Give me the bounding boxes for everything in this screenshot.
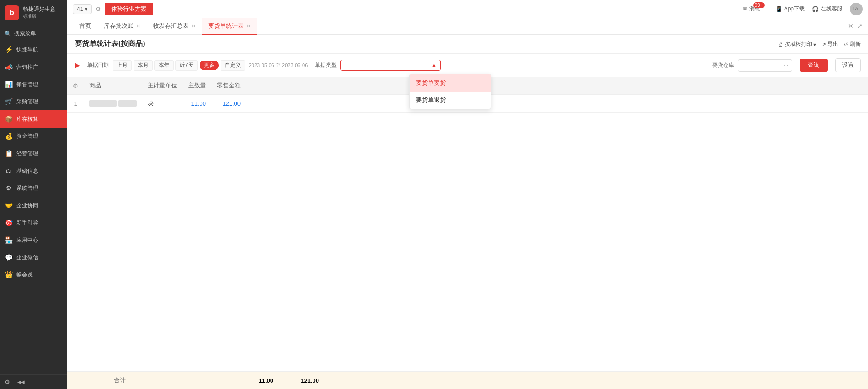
collapse-icon[interactable]: ◀◀	[17, 379, 25, 384]
app-title: 畅捷通好生意	[23, 6, 56, 13]
warehouse-filter-group: 要货仓库 ···	[712, 59, 792, 72]
store-name: 41	[77, 6, 83, 12]
tab-label: 要货单统计表	[208, 22, 244, 30]
dropdown-item-order-return[interactable]: 要货单退货	[410, 92, 491, 109]
store-selector[interactable]: 41 ▾	[73, 4, 92, 14]
row-no: 1	[67, 95, 84, 113]
search-menu[interactable]: 🔍 搜索菜单	[0, 26, 67, 41]
close-all-icon[interactable]: ✕	[848, 22, 853, 30]
page-title: 要货单统计表(按商品)	[75, 39, 145, 49]
system-icon: ⚙	[5, 184, 13, 192]
tabbar-actions: ✕ ⤢	[848, 18, 863, 34]
sidebar-item-enterprise[interactable]: 🤝 企业协同	[0, 197, 67, 214]
service-label: 在线客服	[821, 5, 842, 13]
sidebar-item-appstore[interactable]: 🏪 应用中心	[0, 231, 67, 249]
date-btn-7days[interactable]: 近7天	[175, 60, 198, 71]
message-btn[interactable]: ✉ 消息 99+	[743, 5, 760, 13]
chevron-down-icon: ▾	[85, 6, 87, 12]
dropdown-item-label: 要货单退货	[416, 97, 446, 103]
tab-close-icon[interactable]: ✕	[191, 23, 195, 29]
sidebar-item-basic[interactable]: 🗂 基础信息	[0, 162, 67, 179]
settings-bottom-icon[interactable]: ⚙	[5, 379, 10, 385]
tab-home-label: 首页	[79, 22, 91, 30]
row-unit: 块	[142, 95, 183, 113]
date-btn-custom[interactable]: 自定义	[221, 60, 245, 71]
filter-expand-btn[interactable]: ▶	[75, 61, 80, 69]
sidebar-item-label: 畅会员	[16, 271, 33, 279]
enterprise-icon: 🤝	[5, 201, 13, 210]
date-btn-this-month[interactable]: 本月	[134, 60, 153, 71]
sidebar-item-label: 应用中心	[16, 236, 38, 244]
sidebar-item-purchase[interactable]: 🛒 采购管理	[0, 93, 67, 110]
type-select-box[interactable]: ▲	[340, 60, 441, 71]
dropdown-item-label: 要货单要货	[416, 79, 446, 86]
settings-btn[interactable]: 设置	[835, 58, 861, 72]
user-avatar[interactable]: Rit	[850, 3, 863, 15]
sidebar-item-marketing[interactable]: 📣 营销推广	[0, 58, 67, 76]
purchase-icon: 🛒	[5, 97, 13, 106]
sidebar-item-inventory[interactable]: 📦 库存核算	[0, 110, 67, 128]
industry-btn[interactable]: 体验行业方案	[105, 3, 153, 15]
sidebar-item-label: 企业协同	[16, 202, 38, 210]
topbar: 41 ▾ ⚙ 体验行业方案 ✉ 消息 99+ 📱 App下载 🎧 在线客服 Ri…	[67, 0, 868, 18]
sidebar-item-label: 库存核算	[16, 115, 38, 123]
col-quantity: 主数量	[183, 77, 211, 95]
warehouse-label: 要货仓库	[712, 61, 734, 69]
product-img-placeholder	[89, 100, 117, 107]
date-btn-more[interactable]: 更多	[200, 61, 219, 70]
export-label: 导出	[827, 41, 838, 48]
sidebar-item-member[interactable]: 👑 畅会员	[0, 266, 67, 283]
dropdown-item-order-goods[interactable]: 要货单要货	[410, 74, 491, 92]
query-btn[interactable]: 查询	[800, 59, 828, 72]
sidebar-item-sales[interactable]: 📊 销售管理	[0, 76, 67, 93]
col-extra	[246, 77, 868, 95]
type-input[interactable]	[344, 62, 431, 68]
tab-close-icon[interactable]: ✕	[247, 23, 251, 29]
sidebar-item-label: 系统管理	[16, 184, 38, 192]
col-settings[interactable]: ⚙	[67, 77, 84, 95]
date-btn-last-month[interactable]: 上月	[113, 60, 132, 71]
date-label: 单据日期	[87, 61, 109, 69]
tab-close-icon[interactable]: ✕	[136, 23, 140, 29]
column-settings-icon[interactable]: ⚙	[73, 82, 78, 89]
sidebar-header: b 畅捷通好生意 标准版	[0, 0, 67, 26]
expand-tabs-icon[interactable]: ⤢	[857, 22, 863, 30]
col-unit: 主计量单位	[142, 77, 183, 95]
tab-label: 库存批次账	[104, 22, 134, 30]
sidebar-item-operation[interactable]: 📋 经营管理	[0, 145, 67, 162]
col-amount: 零售金额	[211, 77, 246, 95]
date-filter-group: 单据日期 上月 本月 本年 近7天 更多 自定义 2023-05-06 至 20…	[87, 60, 308, 71]
refresh-btn[interactable]: ↺ 刷新	[844, 41, 861, 48]
tab-recv-summary[interactable]: 收发存汇总表 ✕	[147, 18, 202, 35]
online-service-btn[interactable]: 🎧 在线客服	[812, 5, 842, 13]
app-logo: b	[5, 5, 19, 20]
footer-quantity: 11.00	[237, 377, 282, 384]
sidebar-item-finance[interactable]: 💰 资金管理	[0, 128, 67, 145]
sidebar-item-guide[interactable]: 🎯 新手引导	[0, 214, 67, 231]
tab-home[interactable]: 首页	[73, 18, 98, 35]
print-btn[interactable]: 🖨 按模板打印 ▾	[778, 41, 816, 48]
app-subtitle: 标准版	[23, 13, 56, 20]
tab-order-stat[interactable]: 要货单统计表 ✕	[202, 18, 257, 35]
tab-label: 收发存汇总表	[153, 22, 189, 30]
date-quick-btns: 上月 本月 本年 近7天 更多 自定义	[113, 60, 245, 71]
finance-icon: 💰	[5, 132, 13, 140]
tab-batch-account[interactable]: 库存批次账 ✕	[98, 18, 147, 35]
gear-icon[interactable]: ⚙	[95, 5, 101, 13]
table-footer: 合计 11.00 121.00	[67, 371, 868, 389]
app-download-btn[interactable]: 📱 App下载	[776, 5, 805, 13]
date-btn-this-year[interactable]: 本年	[154, 60, 174, 71]
table-area: ⚙ 商品 主计量单位 主数量 零售金额 1	[67, 77, 868, 371]
service-icon: 🎧	[812, 6, 819, 12]
more-options-icon: ···	[784, 62, 788, 68]
sidebar-item-wechat[interactable]: 💬 企业微信	[0, 249, 67, 266]
export-btn[interactable]: ↗ 导出	[822, 41, 838, 48]
message-icon: ✉	[743, 6, 747, 12]
export-icon: ↗	[822, 41, 826, 48]
sidebar-item-quick-nav[interactable]: ⚡ 快捷导航	[0, 41, 67, 58]
sidebar-item-label: 营销推广	[16, 63, 38, 71]
sidebar-bottom: ⚙ ◀◀	[0, 374, 67, 389]
sidebar-item-system[interactable]: ⚙ 系统管理	[0, 179, 67, 197]
warehouse-select[interactable]: ···	[738, 59, 792, 72]
quick-nav-icon: ⚡	[5, 46, 13, 54]
